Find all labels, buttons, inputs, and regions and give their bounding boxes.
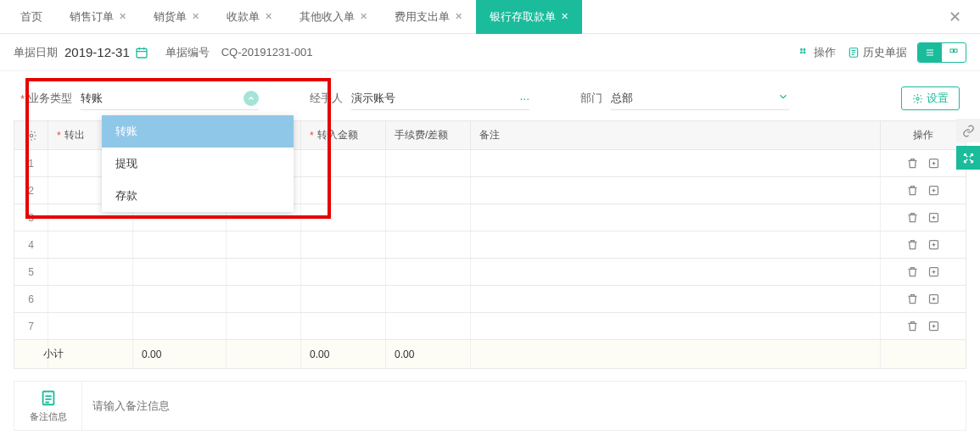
cell-name[interactable] xyxy=(227,231,301,258)
view-card[interactable] xyxy=(942,43,966,62)
cell-in-amount[interactable] xyxy=(301,259,386,285)
close-icon[interactable]: ✕ xyxy=(455,11,462,22)
cell-in-amount[interactable] xyxy=(301,177,386,203)
cell-fee[interactable] xyxy=(386,231,471,258)
dropdown-option-withdraw[interactable]: 提现 xyxy=(102,148,294,180)
cell-hidden[interactable] xyxy=(133,286,227,312)
add-row-icon[interactable] xyxy=(927,184,940,197)
tab-delivery[interactable]: 销货单✕ xyxy=(140,0,213,34)
cell-out[interactable] xyxy=(48,286,133,312)
cell-ops xyxy=(881,313,966,339)
cell-out[interactable] xyxy=(48,259,133,285)
cell-hidden[interactable] xyxy=(133,231,227,258)
add-row-icon[interactable] xyxy=(927,211,940,224)
trash-icon[interactable] xyxy=(906,238,919,251)
settings-button[interactable]: 设置 xyxy=(901,86,960,110)
cell-remark[interactable] xyxy=(471,313,881,339)
handler-input[interactable]: 演示账号 ··· xyxy=(351,87,529,110)
cell-fee[interactable] xyxy=(386,313,471,339)
notes-side-tab[interactable]: 备注信息 xyxy=(14,382,82,430)
cell-name[interactable] xyxy=(227,286,301,312)
tab-receipt[interactable]: 收款单✕ xyxy=(213,0,286,34)
close-icon[interactable]: ✕ xyxy=(360,11,367,22)
dropdown-option-deposit[interactable]: 存款 xyxy=(102,180,294,212)
view-toggle xyxy=(917,42,966,63)
tab-sales-order[interactable]: 销售订单✕ xyxy=(56,0,140,34)
cell-fee[interactable] xyxy=(386,177,471,203)
cell-out[interactable] xyxy=(48,313,133,339)
cell-fee[interactable] xyxy=(386,286,471,312)
trash-icon[interactable] xyxy=(906,211,919,224)
more-icon[interactable]: ··· xyxy=(519,92,529,105)
trash-icon[interactable] xyxy=(906,265,919,278)
cell-hidden[interactable] xyxy=(133,259,227,285)
cell-name[interactable] xyxy=(227,313,301,339)
close-all-tabs[interactable]: ✕ xyxy=(937,8,973,26)
cell-in-amount[interactable] xyxy=(301,204,386,231)
notes-input[interactable] xyxy=(82,382,966,430)
tab-bank-transfer[interactable]: 银行存取款单✕ xyxy=(476,0,582,34)
add-row-icon[interactable] xyxy=(927,238,940,251)
cell-name[interactable] xyxy=(227,259,301,285)
add-row-icon[interactable] xyxy=(927,293,940,305)
dept-input[interactable]: 总部 xyxy=(611,87,789,110)
cell-remark[interactable] xyxy=(471,231,881,258)
trash-icon[interactable] xyxy=(906,184,919,197)
cell-fee[interactable] xyxy=(386,259,471,285)
cell-ops xyxy=(881,204,966,231)
trash-icon[interactable] xyxy=(906,320,919,332)
biz-type-input[interactable]: 转账 xyxy=(81,87,259,110)
cell-remark[interactable] xyxy=(471,177,881,203)
svg-rect-0 xyxy=(137,48,147,58)
row-number: 7 xyxy=(14,313,48,339)
chevron-up-icon[interactable] xyxy=(244,91,259,106)
cell-hidden[interactable] xyxy=(133,313,227,339)
header-in-amount: *转入金额 xyxy=(301,121,386,149)
close-icon[interactable]: ✕ xyxy=(119,11,126,22)
ops-menu[interactable]: 操作 xyxy=(798,45,836,60)
table-row[interactable]: 6 xyxy=(14,286,966,313)
add-row-icon[interactable] xyxy=(927,157,940,170)
close-icon[interactable]: ✕ xyxy=(192,11,199,22)
table-row[interactable]: 4 xyxy=(14,231,966,259)
close-icon[interactable]: ✕ xyxy=(561,11,568,22)
cell-out[interactable] xyxy=(48,231,133,258)
tab-expense[interactable]: 费用支出单✕ xyxy=(381,0,476,34)
biz-type-value: 转账 xyxy=(81,91,103,106)
cell-in-amount[interactable] xyxy=(301,150,386,176)
date-value[interactable]: 2019-12-31 xyxy=(64,45,130,59)
toolbar: 单据日期 2019-12-31 单据编号 CQ-20191231-001 操作 … xyxy=(0,34,980,71)
view-list[interactable] xyxy=(918,43,942,62)
add-row-icon[interactable] xyxy=(927,265,940,278)
row-number: 3 xyxy=(14,204,48,231)
cell-remark[interactable] xyxy=(471,286,881,312)
row-number: 1 xyxy=(14,150,48,176)
tab-home[interactable]: 首页 xyxy=(7,0,56,34)
doc-no-label: 单据编号 xyxy=(165,45,210,60)
cell-remark[interactable] xyxy=(471,204,881,231)
cell-remark[interactable] xyxy=(471,150,881,176)
attachment-tool[interactable] xyxy=(956,119,980,142)
header-gear[interactable] xyxy=(14,121,48,149)
cell-ops xyxy=(881,177,966,203)
cell-remark[interactable] xyxy=(471,259,881,285)
chevron-down-icon[interactable] xyxy=(777,91,789,105)
cell-in-amount[interactable] xyxy=(301,313,386,339)
history-link[interactable]: 历史单据 xyxy=(848,45,907,60)
tab-other-income[interactable]: 其他收入单✕ xyxy=(286,0,381,34)
trash-icon[interactable] xyxy=(906,157,919,170)
row-number: 5 xyxy=(14,259,48,285)
calendar-icon[interactable] xyxy=(135,46,148,59)
cell-in-amount[interactable] xyxy=(301,231,386,258)
close-icon[interactable]: ✕ xyxy=(265,11,272,22)
add-row-icon[interactable] xyxy=(927,320,940,332)
cell-in-amount[interactable] xyxy=(301,286,386,312)
handler-label: 经手人 xyxy=(310,91,343,106)
cell-fee[interactable] xyxy=(386,150,471,176)
expand-tool[interactable] xyxy=(956,146,980,170)
table-row[interactable]: 5 xyxy=(14,259,966,286)
trash-icon[interactable] xyxy=(906,293,919,305)
dropdown-option-transfer[interactable]: 转账 xyxy=(102,115,294,148)
cell-fee[interactable] xyxy=(386,204,471,231)
table-row[interactable]: 7 xyxy=(14,313,966,340)
